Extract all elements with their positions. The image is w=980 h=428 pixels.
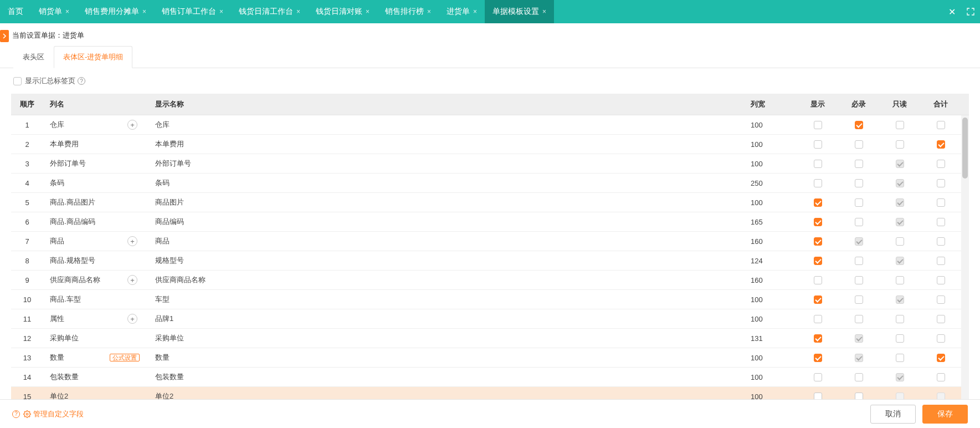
total-checkbox[interactable]: [937, 354, 945, 362]
close-icon[interactable]: ×: [142, 8, 146, 16]
cell-width[interactable]: 100: [744, 154, 797, 174]
close-icon[interactable]: ×: [219, 8, 223, 16]
cell-width[interactable]: 165: [744, 212, 797, 232]
top-tab-6[interactable]: 销售排行榜×: [377, 0, 439, 23]
top-tab-8[interactable]: 单据模板设置×: [485, 0, 554, 23]
close-icon[interactable]: ×: [427, 8, 431, 16]
collapse-icon[interactable]: [0, 30, 9, 42]
total-checkbox[interactable]: [937, 121, 945, 129]
table-row[interactable]: 6商品.商品编码商品编码165: [11, 212, 969, 232]
table-row[interactable]: 8商品.规格型号规格型号124: [11, 251, 969, 271]
total-checkbox[interactable]: [937, 198, 945, 207]
cell-width[interactable]: 100: [744, 368, 797, 387]
close-icon[interactable]: ×: [65, 8, 69, 16]
table-row[interactable]: 12采购单位采购单位131: [11, 329, 969, 348]
cell-display-name[interactable]: 采购单位: [148, 329, 744, 348]
close-icon[interactable]: ×: [542, 8, 546, 16]
sub-tab-1[interactable]: 表体区-进货单明细: [54, 46, 132, 68]
total-checkbox[interactable]: [937, 334, 945, 343]
table-row[interactable]: 13数量公式设置数量100: [11, 348, 969, 368]
cell-width[interactable]: 100: [744, 135, 797, 154]
cell-display-name[interactable]: 供应商商品名称: [148, 271, 744, 290]
cell-width[interactable]: 100: [744, 193, 797, 212]
cell-width[interactable]: 100: [744, 115, 797, 135]
table-scrollbar[interactable]: [961, 115, 969, 406]
plus-icon[interactable]: +: [127, 314, 137, 324]
show-checkbox[interactable]: [814, 354, 822, 362]
cell-display-name[interactable]: 本单费用: [148, 135, 744, 154]
cell-display-name[interactable]: 数量: [148, 348, 744, 368]
readonly-checkbox[interactable]: [896, 140, 904, 149]
close-icon[interactable]: ×: [366, 8, 370, 16]
required-checkbox[interactable]: [855, 198, 863, 207]
required-checkbox[interactable]: [855, 160, 863, 168]
table-row[interactable]: 14包装数量包装数量100: [11, 368, 969, 387]
total-checkbox[interactable]: [937, 276, 945, 284]
cell-width[interactable]: 131: [744, 329, 797, 348]
table-row[interactable]: 4条码条码250: [11, 174, 969, 193]
plus-icon[interactable]: +: [127, 275, 137, 285]
show-checkbox[interactable]: [814, 334, 822, 343]
cell-display-name[interactable]: 车型: [148, 290, 744, 309]
cell-display-name[interactable]: 商品: [148, 232, 744, 251]
show-checkbox[interactable]: [814, 121, 822, 129]
required-checkbox[interactable]: [855, 295, 863, 304]
plus-icon[interactable]: +: [127, 236, 137, 246]
table-row[interactable]: 7商品+商品160: [11, 232, 969, 251]
table-row[interactable]: 10商品.车型车型100: [11, 290, 969, 309]
total-checkbox[interactable]: [937, 315, 945, 323]
total-checkbox[interactable]: [937, 257, 945, 265]
total-checkbox[interactable]: [937, 295, 945, 304]
cell-display-name[interactable]: 包装数量: [148, 368, 744, 387]
formula-setting-button[interactable]: 公式设置: [110, 354, 140, 361]
required-checkbox[interactable]: [855, 315, 863, 323]
cell-display-name[interactable]: 品牌1: [148, 309, 744, 329]
plus-icon[interactable]: +: [127, 120, 137, 130]
readonly-checkbox[interactable]: [896, 237, 904, 246]
cell-width[interactable]: 124: [744, 251, 797, 271]
table-row[interactable]: 9供应商商品名称+供应商商品名称160: [11, 271, 969, 290]
top-tab-7[interactable]: 进货单×: [439, 0, 485, 23]
show-checkbox[interactable]: [814, 198, 822, 207]
save-button[interactable]: 保存: [922, 405, 968, 424]
show-checkbox[interactable]: [814, 257, 822, 265]
cell-display-name[interactable]: 条码: [148, 174, 744, 193]
show-summary-tab-checkbox[interactable]: [13, 77, 22, 85]
total-checkbox[interactable]: [937, 179, 945, 187]
total-checkbox[interactable]: [937, 237, 945, 246]
total-checkbox[interactable]: [937, 140, 945, 149]
total-checkbox[interactable]: [937, 373, 945, 381]
help-icon[interactable]: ?: [78, 77, 85, 85]
top-tab-5[interactable]: 钱货日清对账×: [308, 0, 377, 23]
cell-width[interactable]: 100: [744, 290, 797, 309]
top-tab-4[interactable]: 钱货日清工作台×: [231, 0, 308, 23]
sub-tab-0[interactable]: 表头区: [13, 46, 54, 68]
fullscreen-icon[interactable]: [961, 0, 980, 23]
show-checkbox[interactable]: [814, 237, 822, 246]
required-checkbox[interactable]: [855, 121, 863, 129]
show-checkbox[interactable]: [814, 373, 822, 381]
cell-display-name[interactable]: 规格型号: [148, 251, 744, 271]
cell-width[interactable]: 160: [744, 271, 797, 290]
cancel-button[interactable]: 取消: [870, 405, 916, 424]
footer-help-icon[interactable]: ?: [12, 410, 20, 418]
top-tab-3[interactable]: 销售订单工作台×: [154, 0, 231, 23]
required-checkbox[interactable]: [855, 373, 863, 381]
show-checkbox[interactable]: [814, 218, 822, 226]
top-tab-1[interactable]: 销货单×: [31, 0, 77, 23]
close-icon[interactable]: ×: [473, 8, 477, 16]
table-row[interactable]: 11属性+品牌1100: [11, 309, 969, 329]
top-tab-2[interactable]: 销售费用分摊单×: [77, 0, 154, 23]
required-checkbox[interactable]: [855, 276, 863, 284]
show-checkbox[interactable]: [814, 160, 822, 168]
show-checkbox[interactable]: [814, 179, 822, 187]
close-icon[interactable]: ×: [296, 8, 300, 16]
required-checkbox[interactable]: [855, 257, 863, 265]
cell-display-name[interactable]: 商品编码: [148, 212, 744, 232]
readonly-checkbox[interactable]: [896, 334, 904, 343]
total-checkbox[interactable]: [937, 160, 945, 168]
required-checkbox[interactable]: [855, 140, 863, 149]
close-all-tabs-icon[interactable]: ✕: [942, 0, 961, 23]
cell-width[interactable]: 100: [744, 348, 797, 368]
required-checkbox[interactable]: [855, 218, 863, 226]
